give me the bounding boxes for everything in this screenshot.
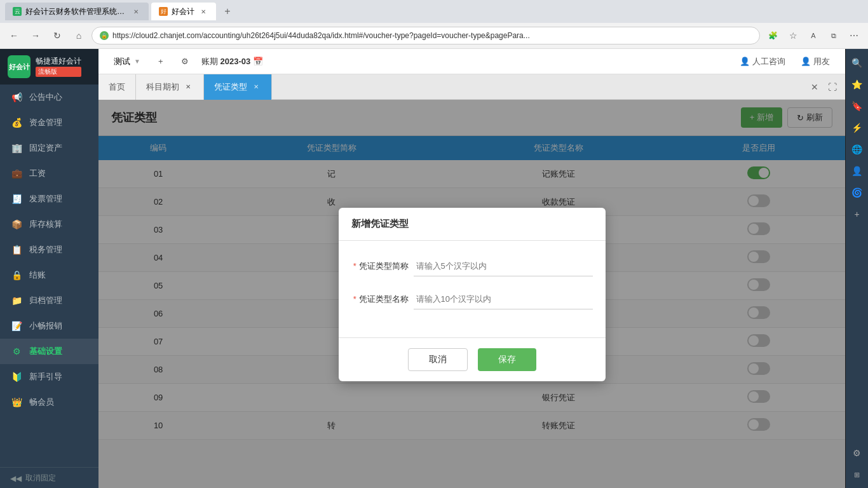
period-calendar-icon[interactable]: 📅 (253, 57, 263, 66)
panel-close-button[interactable]: ✕ (807, 79, 822, 95)
address-input-field[interactable]: 🔒 https://cloud2.chanjet.com/accounting/… (92, 27, 760, 44)
name-label: * 凭证类型名称 (351, 294, 409, 305)
inventory-label: 库存核算 (29, 219, 62, 230)
sidebar-item-assets[interactable]: 🏢 固定资产 (0, 135, 98, 161)
name-input[interactable] (414, 289, 593, 309)
main-area: 测试 ▼ + ⚙ 账期 2023-03 📅 👤 人工咨询 👤 (98, 49, 845, 488)
tab-subject[interactable]: 科目期初 ✕ (136, 74, 204, 100)
dialog-body: * 凭证类型简称 * 凭证类型名称 (339, 241, 606, 337)
member-label: 畅会员 (29, 396, 54, 408)
logo-icon: 好会计 (8, 55, 31, 78)
settings-button[interactable]: ⚙ (176, 54, 194, 69)
tab-voucher-type-label: 凭证类型 (214, 81, 247, 93)
tab-favicon-2: 好 (159, 7, 168, 16)
right-flash-icon[interactable]: ⚡ (848, 119, 866, 137)
address-bar: ← → ↻ ⌂ 🔒 https://cloud2.chanjet.com/acc… (0, 23, 868, 48)
add-workspace-button[interactable]: + (153, 54, 168, 69)
back-button[interactable]: ← (5, 27, 23, 44)
tax-label: 税务管理 (29, 244, 62, 255)
extensions-icon[interactable]: 🧩 (764, 27, 782, 44)
browser-actions: 🧩 ☆ A ⧉ ⋯ (764, 27, 863, 44)
browser-tab-1[interactable]: 云 好会计云财务软件管理系统_会计 ✕ (5, 3, 149, 20)
right-settings-icon[interactable]: ⚙ (848, 444, 866, 462)
right-layout-icon[interactable]: ⊞ (848, 466, 866, 484)
sidebar-item-tax[interactable]: 📋 税务管理 (0, 237, 98, 262)
dialog-header: 新增凭证类型 (339, 208, 606, 241)
sidebar: 好会计 畅捷通好会计 流畅版 📢 公告中心 💰 资金管理 🏢 固定资产 💼 (0, 49, 98, 488)
cancel-pin-label: 取消固定 (25, 473, 56, 484)
period-value: 2023-03 (220, 57, 251, 66)
main-content: 凭证类型 + 新增 ↻ 刷新 编码 凭证类型简称 凭证类型 (98, 100, 845, 488)
sidebar-item-member[interactable]: 👑 畅会员 (0, 390, 98, 415)
right-star-icon[interactable]: ⭐ (848, 76, 866, 93)
tab-subject-close[interactable]: ✕ (183, 82, 193, 92)
tab-voucher-type-close[interactable]: ✕ (251, 82, 261, 92)
tab-label-2: 好会计 (172, 6, 194, 17)
abbr-input[interactable] (414, 256, 593, 276)
sidebar-item-announcements[interactable]: 📢 公告中心 (0, 85, 98, 110)
right-globe-icon[interactable]: 🌐 (848, 140, 866, 158)
split-screen-icon[interactable]: ⧉ (825, 27, 843, 44)
browser-tab-2[interactable]: 好 好会计 ✕ (151, 3, 216, 20)
workspace-name: 测试 (114, 56, 130, 67)
sidebar-item-settings[interactable]: ⚙ 基础设置 (0, 339, 98, 364)
tab-home[interactable]: 首页 (98, 74, 136, 100)
home-button[interactable]: ⌂ (70, 27, 88, 44)
panel-maximize-button[interactable]: ⛶ (825, 79, 840, 95)
announcements-label: 公告中心 (29, 92, 62, 103)
workspace-selector[interactable]: 测试 ▼ (109, 53, 146, 70)
topbar-actions: 👤 人工咨询 👤 用友 (735, 53, 835, 70)
right-search-icon[interactable]: 🔍 (848, 54, 866, 72)
funds-label: 资金管理 (29, 117, 62, 128)
cancel-button[interactable]: 取消 (408, 348, 468, 371)
report-icon: 📝 (10, 320, 23, 332)
tab-label-1: 好会计云财务软件管理系统_会计 (25, 6, 127, 17)
archive-icon: 📁 (10, 294, 23, 307)
sidebar-item-closing[interactable]: 🔒 结账 (0, 262, 98, 288)
sidebar-item-guide[interactable]: 🔰 新手引导 (0, 364, 98, 390)
reload-button[interactable]: ↻ (48, 27, 66, 44)
bookmark-icon[interactable]: ☆ (784, 27, 802, 44)
browser-settings-icon[interactable]: ⋯ (845, 27, 863, 44)
content-tabs: 首页 科目期初 ✕ 凭证类型 ✕ ✕ ⛶ (98, 74, 845, 100)
tab-home-label: 首页 (109, 81, 125, 93)
sidebar-item-salary[interactable]: 💼 工资 (0, 161, 98, 186)
tab-voucher-type[interactable]: 凭证类型 ✕ (204, 74, 272, 100)
read-mode-icon[interactable]: A (804, 27, 822, 44)
help-label: 人工咨询 (752, 56, 785, 67)
logo-badge: 流畅版 (36, 67, 81, 77)
logo-text: 畅捷通好会计 (36, 57, 81, 67)
right-sync-icon[interactable]: 🌀 (848, 184, 866, 201)
add-voucher-type-dialog: 新增凭证类型 * 凭证类型简称 * 凭证类型名称 (339, 208, 606, 381)
right-add-icon[interactable]: + (848, 205, 866, 223)
sidebar-item-funds[interactable]: 💰 资金管理 (0, 110, 98, 135)
salary-label: 工资 (29, 168, 46, 179)
sidebar-item-inventory[interactable]: 📦 库存核算 (0, 212, 98, 237)
save-button[interactable]: 保存 (478, 348, 536, 371)
user-button[interactable]: 👤 用友 (796, 53, 835, 70)
abbr-required-star: * (353, 261, 356, 271)
sidebar-item-invoices[interactable]: 🧾 发票管理 (0, 186, 98, 212)
abbr-label-text: 凭证类型简称 (359, 261, 409, 271)
right-user-icon[interactable]: 👤 (848, 162, 866, 180)
topbar-settings-icon: ⚙ (181, 57, 189, 66)
help-button[interactable]: 👤 人工咨询 (735, 53, 790, 70)
sidebar-scroll: 📢 公告中心 💰 资金管理 🏢 固定资产 💼 工资 🧾 发票管理 📦 库 (0, 85, 98, 467)
new-tab-button[interactable]: + (219, 3, 236, 20)
tax-icon: 📋 (10, 243, 23, 256)
app-topbar: 测试 ▼ + ⚙ 账期 2023-03 📅 👤 人工咨询 👤 (98, 49, 845, 74)
closing-label: 结账 (29, 269, 46, 281)
sidebar-item-archive[interactable]: 📁 归档管理 (0, 288, 98, 313)
panel-controls: ✕ ⛶ (802, 79, 845, 95)
forward-button[interactable]: → (27, 27, 44, 44)
cancel-pin-button[interactable]: ◀◀ 取消固定 (0, 467, 98, 488)
browser-chrome: 云 好会计云财务软件管理系统_会计 ✕ 好 好会计 ✕ + ← → ↻ ⌂ 🔒 … (0, 0, 868, 49)
tab-close-2[interactable]: ✕ (198, 6, 208, 17)
address-text: https://cloud2.chanjet.com/accounting/uh… (112, 31, 530, 40)
tab-close-1[interactable]: ✕ (131, 6, 141, 17)
right-bookmark-icon[interactable]: 🔖 (848, 97, 866, 115)
inventory-icon: 📦 (10, 218, 23, 231)
tab-bar: 云 好会计云财务软件管理系统_会计 ✕ 好 好会计 ✕ + (0, 0, 868, 23)
period-info: 账期 2023-03 📅 (201, 56, 264, 67)
sidebar-item-report[interactable]: 📝 小畅报销 (0, 313, 98, 339)
